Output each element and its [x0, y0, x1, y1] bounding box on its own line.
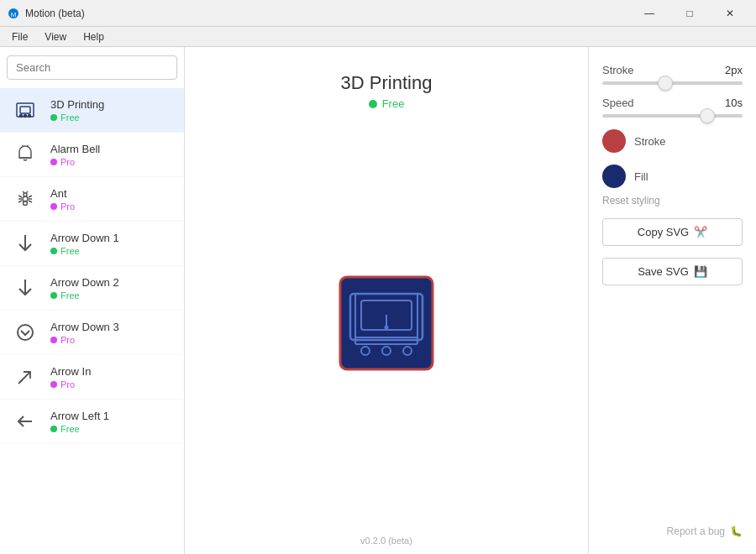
- fill-color-row[interactable]: Fill: [602, 165, 743, 188]
- item-badge-arrow-down-2: Free: [50, 290, 119, 301]
- close-button[interactable]: ✕: [711, 0, 749, 27]
- copy-svg-icon: ✂️: [694, 226, 707, 238]
- speed-control: Speed 10s: [602, 97, 743, 118]
- copy-svg-button[interactable]: Copy SVG ✂️: [602, 218, 743, 246]
- animation-badge-dot: [369, 100, 377, 108]
- badge-dot-arrow-left-1: [50, 426, 57, 432]
- badge-dot-arrow-down-2: [50, 292, 57, 299]
- stroke-color-label: Stroke: [634, 135, 666, 148]
- title-bar-left: M Motion (beta): [7, 7, 85, 20]
- svg-point-12: [24, 201, 28, 206]
- save-svg-label: Save SVG: [638, 265, 689, 278]
- report-bug-icon: 🐛: [730, 525, 743, 537]
- menu-bar: File View Help: [0, 27, 756, 47]
- badge-text-arrow-down-2: Free: [60, 290, 80, 301]
- badge-text-arrow-down-1: Free: [60, 246, 80, 256]
- sidebar-item-3d-printing[interactable]: 3D Printing Free: [0, 88, 184, 133]
- svg-line-13: [18, 196, 22, 197]
- icon-arrow-in: [10, 362, 40, 392]
- svg-point-31: [385, 325, 389, 329]
- fill-color-label: Fill: [634, 170, 648, 183]
- version-text: v0.2.0 (beta): [360, 536, 412, 546]
- preview-svg: [332, 269, 441, 378]
- item-badge-ant: Pro: [50, 201, 75, 212]
- search-input[interactable]: [7, 55, 177, 80]
- speed-slider[interactable]: [602, 114, 743, 118]
- stroke-value: 2px: [725, 64, 743, 76]
- icon-arrow-left-1: [10, 406, 40, 436]
- animation-title: 3D Printing: [341, 72, 433, 94]
- item-name-arrow-down-1: Arrow Down 1: [50, 232, 119, 244]
- stroke-control: Stroke 2px: [602, 64, 743, 85]
- svg-line-19: [23, 191, 24, 193]
- sidebar-item-arrow-down-3[interactable]: Arrow Down 3 Pro: [0, 311, 184, 355]
- speed-thumb[interactable]: [700, 108, 715, 123]
- item-badge-arrow-down-1: Free: [50, 246, 119, 256]
- sidebar-item-arrow-down-2[interactable]: Arrow Down 2 Free: [0, 266, 184, 311]
- save-svg-button[interactable]: Save SVG 💾: [602, 258, 743, 285]
- item-info-arrow-down-3: Arrow Down 3 Pro: [50, 321, 119, 345]
- icon-3d-printing: [10, 95, 40, 125]
- sidebar-item-arrow-in[interactable]: Arrow In Pro: [0, 355, 184, 400]
- item-name-alarm-bell: Alarm Bell: [50, 143, 100, 155]
- item-info-arrow-down-2: Arrow Down 2 Free: [50, 276, 119, 301]
- menu-file[interactable]: File: [3, 29, 36, 44]
- svg-text:M: M: [11, 11, 17, 18]
- app-body: 3D Printing Free: [0, 47, 756, 554]
- item-name-3d-printing: 3D Printing: [50, 98, 104, 111]
- maximize-button[interactable]: □: [670, 0, 709, 27]
- report-bug-row[interactable]: Report a bug 🐛: [602, 525, 743, 537]
- sidebar-item-arrow-left-1[interactable]: Arrow Left 1 Free: [0, 400, 184, 444]
- icon-arrow-down-3: [10, 317, 40, 348]
- badge-dot-ant: [50, 203, 57, 210]
- item-info-arrow-in: Arrow In Pro: [50, 365, 91, 389]
- svg-point-11: [24, 193, 27, 196]
- item-badge-3d-printing: Free: [50, 112, 104, 123]
- badge-dot-arrow-down-3: [50, 337, 57, 343]
- stroke-thumb[interactable]: [658, 76, 673, 91]
- badge-dot-3d-printing: [50, 114, 57, 121]
- svg-point-6: [29, 115, 31, 118]
- sidebar-list: 3D Printing Free: [0, 88, 184, 554]
- reset-styling-link[interactable]: Reset styling: [602, 195, 743, 206]
- item-info-arrow-down-1: Arrow Down 1 Free: [50, 232, 119, 256]
- sidebar-item-alarm-bell[interactable]: Alarm Bell Pro: [0, 133, 184, 177]
- item-badge-arrow-in: Pro: [50, 379, 91, 389]
- badge-text-arrow-in: Pro: [60, 379, 75, 389]
- badge-text-alarm-bell: Pro: [60, 157, 75, 167]
- stroke-color-row[interactable]: Stroke: [602, 129, 743, 153]
- stroke-slider[interactable]: [602, 81, 743, 85]
- report-bug-label: Report a bug: [667, 525, 725, 537]
- sidebar-item-ant[interactable]: Ant Pro: [0, 177, 184, 222]
- minimize-button[interactable]: —: [630, 0, 669, 27]
- icon-alarm-bell: [10, 139, 40, 170]
- stroke-label-row: Stroke 2px: [602, 64, 743, 76]
- copy-svg-label: Copy SVG: [638, 226, 689, 238]
- sidebar: 3D Printing Free: [0, 47, 185, 554]
- badge-dot-arrow-down-1: [50, 248, 57, 254]
- menu-view[interactable]: View: [36, 29, 75, 44]
- badge-text-arrow-down-3: Pro: [60, 335, 75, 345]
- sidebar-item-arrow-down-1[interactable]: Arrow Down 1 Free: [0, 222, 184, 266]
- stroke-label: Stroke: [602, 64, 634, 76]
- right-panel: Stroke 2px Speed 10s Stroke Fill: [588, 47, 756, 554]
- icon-arrow-down-1: [10, 228, 40, 259]
- svg-point-4: [20, 115, 23, 118]
- item-badge-arrow-down-3: Pro: [50, 335, 119, 345]
- item-badge-alarm-bell: Pro: [50, 157, 100, 167]
- save-svg-icon: 💾: [694, 265, 707, 278]
- speed-label: Speed: [602, 97, 634, 109]
- window-controls: — □ ✕: [630, 0, 749, 27]
- menu-help[interactable]: Help: [75, 29, 113, 44]
- item-info-alarm-bell: Alarm Bell Pro: [50, 143, 100, 167]
- title-bar: M Motion (beta) — □ ✕: [0, 0, 756, 27]
- fill-color-swatch[interactable]: [602, 165, 626, 188]
- svg-point-23: [18, 325, 33, 340]
- svg-line-15: [18, 201, 22, 202]
- badge-dot-alarm-bell: [50, 159, 57, 165]
- app-icon: M: [7, 7, 20, 20]
- app-title: Motion (beta): [25, 8, 85, 19]
- item-name-arrow-left-1: Arrow Left 1: [50, 410, 109, 422]
- badge-text-ant: Pro: [60, 201, 75, 212]
- stroke-color-swatch[interactable]: [602, 129, 626, 153]
